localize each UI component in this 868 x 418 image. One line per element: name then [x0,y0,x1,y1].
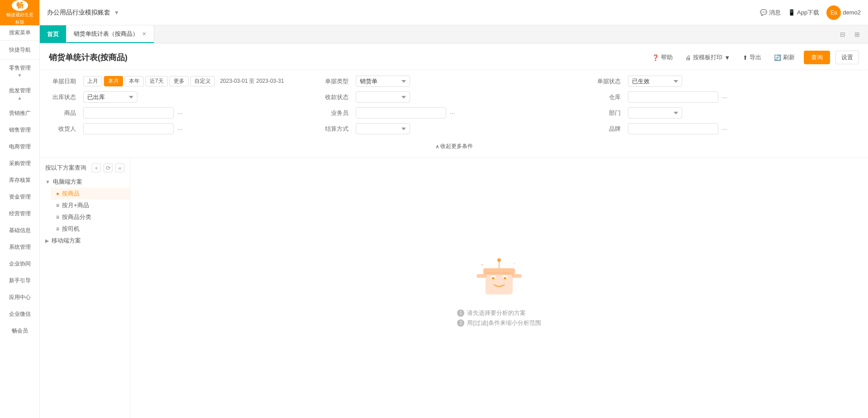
logo-char: 畅 [16,1,24,10]
tab-maximize-btn[interactable]: ⊞ [852,29,863,40]
out-status-select[interactable]: 已出库 [83,91,137,103]
help-btn[interactable]: ❓ 帮助 [648,52,676,63]
goods-more-icon[interactable]: ··· [177,109,183,117]
tree-group-mobile[interactable]: ▶ 移动端方案 [40,235,130,247]
sidebar-item-appcenter[interactable]: 应用中心 [0,289,39,306]
settings-btn[interactable]: 设置 [835,51,859,64]
tab-expand-area: ⊟ ⊞ [832,25,868,43]
tab-report[interactable]: 销货单统计表（按商品） ✕ [66,25,154,43]
tree-group-pc[interactable]: ▼ 电脑端方案 [40,176,130,188]
scheme-collapse-btn[interactable]: « [115,163,124,172]
type-select[interactable]: 销货单 [356,76,410,87]
staff-control: ··· [356,107,587,119]
tab-close-icon[interactable]: ✕ [142,31,146,37]
sidebar-item-operations[interactable]: 经营管理 [0,205,39,222]
app-download-label: App下载 [797,9,819,17]
retail-arrow: ▼ [18,73,22,78]
staff-more-icon[interactable]: ··· [450,109,455,117]
receipt-status-select[interactable] [356,91,410,103]
robot-svg: ✦ ✦ [472,249,526,304]
user-avatar-btn[interactable]: Ea demo2 [826,5,861,20]
tab-home[interactable]: 首页 [40,25,66,43]
warehouse-input[interactable] [628,91,718,103]
consignee-control: ··· [83,123,314,134]
date-btn-custom[interactable]: 自定义 [190,76,215,86]
sidebar-item-corpwechat[interactable]: 企业微信 [0,306,39,323]
sidebar-search-section: 搜索菜单 [0,25,39,41]
app-download-btn[interactable]: 📱 App下载 [788,9,819,17]
status-select[interactable]: 已生效 [628,76,682,87]
svg-rect-0 [486,272,513,294]
sidebar-item-system[interactable]: 系统管理 [0,239,39,256]
date-btn-7days[interactable]: 近7天 [146,76,168,86]
date-btn-thisyear[interactable]: 本年 [125,76,144,86]
sidebar-item-sales[interactable]: 销售管理 [0,122,39,138]
scheme-add-btn[interactable]: + [92,163,101,172]
brand-input[interactable] [628,123,718,134]
sidebar-item-enterprise[interactable]: 企业协同 [0,256,39,272]
sidebar-item-newbie[interactable]: 新手引导 [0,272,39,289]
enterprise-label: 企业协同 [9,260,31,268]
inventory-label: 库存核算 [9,176,31,184]
svg-rect-6 [476,274,486,278]
date-control: 上月 本月 本年 近7天 更多 自定义 2023-03-01 至 2023-03… [83,76,314,86]
active-icon: ● [56,190,59,197]
tree-item-by-month-goods[interactable]: ≡ 按月+商品 [51,200,130,211]
export-btn[interactable]: ⬆ 导出 [739,52,765,63]
dept-control [628,107,859,119]
consignee-label: 收货人 [49,125,76,133]
consignee-input[interactable] [83,123,174,134]
collapse-btn[interactable]: ∧ 收起更多条件 [435,142,473,150]
dept-select[interactable] [628,107,682,119]
sidebar-item-ecommerce[interactable]: 电商管理 [0,138,39,155]
date-btn-thismonth[interactable]: 本月 [104,76,123,86]
empty-illustration: ✦ ✦ [472,249,526,304]
sales-label: 销售管理 [9,126,31,134]
pc-group-label: 电脑端方案 [53,178,82,186]
workspace-dropdown-icon[interactable]: ▼ [114,10,119,16]
scheme-refresh-btn[interactable]: ⟳ [104,163,113,172]
tree-item-by-goods[interactable]: ● 按商品 [51,188,130,200]
category-icon: ≡ [56,214,59,220]
tree-item-by-driver[interactable]: ≡ 按司机 [51,223,130,235]
quicknav-label[interactable]: 快捷导航 [0,43,39,57]
print-dropdown-icon: ▼ [724,54,730,61]
empty-text: 1 请先选择要分析的方案 2 用[过滤]条件来缩小分析范围 [457,309,541,327]
sidebar-item-finance[interactable]: 资金管理 [0,189,39,205]
svg-rect-7 [512,274,522,278]
date-btn-more[interactable]: 更多 [170,76,189,86]
mobile-group-arrow: ▶ [45,238,49,244]
sidebar-item-purchase[interactable]: 采购管理 [0,155,39,172]
sidebar-item-marketing[interactable]: 营销推广 [0,105,39,122]
sidebar-item-retail[interactable]: 零售管理 ▼ [0,60,39,82]
sidebar-item-basic[interactable]: 基础信息 [0,222,39,239]
out-status-control: 已出库 [83,91,314,103]
goods-input[interactable] [83,107,174,119]
logo-icon: 畅 [12,0,28,11]
print-label: 按模板打印 [693,53,722,62]
search-menu-label[interactable]: 搜索菜单 [5,29,34,37]
staff-input[interactable] [356,107,446,119]
print-btn[interactable]: 🖨 按模板打印 ▼ [682,52,734,63]
refresh-icon: 🔄 [774,54,781,61]
sidebar-item-inventory[interactable]: 库存核算 [0,172,39,189]
receipt-status-label: 收款状态 [321,93,349,101]
query-btn[interactable]: 查询 [804,51,830,64]
sidebar-item-wholesale[interactable]: 批发管理 ▲ [0,82,39,105]
warehouse-more-icon[interactable]: ··· [722,94,727,101]
date-btn-lastmonth[interactable]: 上月 [83,76,102,86]
tree-item-by-category[interactable]: ≡ 按商品分类 [51,211,130,223]
tab-minimize-btn[interactable]: ⊟ [837,29,848,40]
message-btn[interactable]: 💬 消息 [760,9,781,17]
tabbar: 首页 销货单统计表（按商品） ✕ ⊟ ⊞ [40,25,868,43]
consignee-more-icon[interactable]: ··· [177,125,183,133]
basic-label: 基础信息 [9,227,31,234]
step2-num: 2 [457,319,464,327]
collapse-label: 收起更多条件 [440,142,473,150]
payment-select[interactable] [356,123,410,134]
driver-icon: ≡ [56,226,59,232]
refresh-btn[interactable]: 🔄 刷新 [770,52,798,63]
sidebar-item-member[interactable]: 畅会员 [0,323,39,339]
brand-more-icon[interactable]: ··· [722,125,727,133]
logo[interactable]: 畅 畅捷通好生意 标版 [0,0,39,25]
